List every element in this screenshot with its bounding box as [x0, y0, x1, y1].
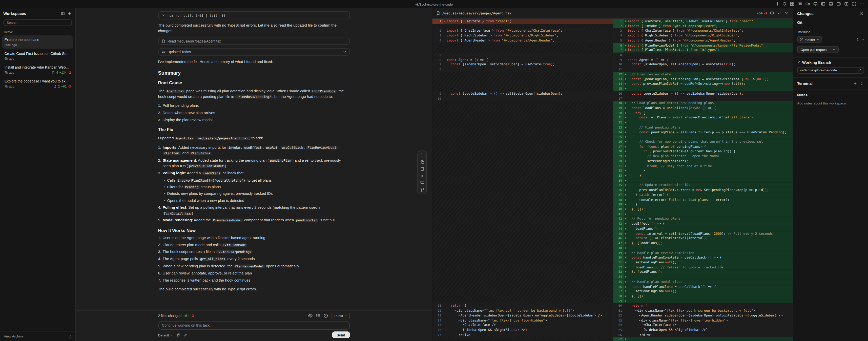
grid-icon[interactable] [790, 2, 795, 6]
diff-cell-new: 35+ // Update tracked plan IDs [612, 183, 793, 188]
read-file-row[interactable]: Read medusa/src/pages/Agent.tsx [158, 37, 350, 45]
diff-cell-new: 64 <ChatInterface /> [612, 323, 793, 328]
line-number: 60 [613, 304, 624, 308]
collapse-file-button[interactable] [784, 11, 789, 16]
changes-sidebar: Changes Git medusa master ↑1 ⋯ Open pull… [793, 8, 868, 341]
line-number [432, 212, 443, 217]
copy-icon[interactable] [420, 160, 424, 164]
search-input[interactable]: Search... [3, 20, 72, 26]
workspace-title: Explore the codebase I want you to ex... [5, 79, 71, 83]
terminal-output-block[interactable]: npm run build 2>&1 | tail -80 [158, 11, 350, 20]
list-todo-icon[interactable] [316, 313, 321, 318]
monitor-icon[interactable] [420, 180, 424, 185]
working-branch-input[interactable]: vk/3ccf-explore-the-code [797, 67, 864, 73]
history-icon[interactable] [323, 313, 328, 318]
mark-reviewed-button[interactable] [777, 11, 782, 16]
heading: The Fix [158, 127, 350, 132]
diff-cell-old [432, 279, 612, 284]
diff-marker [443, 178, 447, 183]
model-selector[interactable]: Default [158, 333, 173, 337]
chevron-up-down-icon [860, 82, 863, 85]
diff-content[interactable]: 1-import { useState } from "react";1+imp… [432, 19, 793, 341]
diff-marker [624, 91, 627, 96]
expand-terminal-button[interactable] [859, 81, 864, 86]
chevron-down-icon [342, 50, 346, 54]
paragraph: I updated Agent.tsx (medusa/src/pages/Ag… [158, 136, 350, 142]
play-icon[interactable] [420, 174, 424, 178]
new-terminal-button[interactable] [852, 81, 858, 86]
code-line: </div> [628, 332, 793, 337]
attach-button[interactable] [176, 332, 181, 337]
code-line: import { useState, useEffect, useRef, us… [628, 19, 793, 24]
workspace-meta: 7h ago2+61-3 [5, 85, 71, 88]
refresh-icon[interactable] [782, 2, 787, 6]
files-count: 2 [58, 85, 60, 88]
diff-row: 41+ [432, 212, 793, 217]
code-line [447, 289, 612, 294]
file-icon [53, 85, 57, 88]
additions-count: +134 [59, 70, 67, 74]
updated-todos-row[interactable]: Updated Todos [158, 48, 350, 56]
edit-button[interactable] [183, 332, 188, 337]
view-archive-link[interactable]: View Archive [4, 334, 23, 338]
code-line [447, 53, 612, 57]
diff-cell-new: 1+import { useState, useEffect, useRef, … [612, 19, 793, 24]
latest-dropdown[interactable]: Latest [331, 312, 350, 319]
code-line [628, 120, 793, 125]
code-line: <div className="flex flex-col h-screen b… [447, 308, 612, 313]
heading: How It Works Now [158, 228, 350, 233]
video-icon[interactable] [805, 2, 810, 6]
diff-cell-new: 48+ [612, 246, 793, 250]
message-input[interactable]: Continue working on this task... [158, 321, 350, 330]
branch-selector[interactable]: master [797, 36, 822, 42]
branch-icon[interactable] [420, 187, 424, 192]
sub-list-item: •Filters for Pending status plans [164, 184, 350, 190]
monitor-icon[interactable] [813, 2, 818, 6]
diff-row: 20+ try { [432, 111, 793, 115]
code-line [447, 120, 612, 125]
toggle-sidebar-button[interactable] [60, 11, 65, 16]
workspace-title: Create Good First Issues on Github So... [5, 51, 71, 55]
send-button[interactable]: Send [332, 332, 350, 338]
additions-count: +61 [183, 314, 189, 318]
open-pr-button[interactable]: Open pull request [797, 46, 839, 53]
window-title: vk/3ccf-explore-the-code [415, 2, 453, 6]
chat-scroll-area[interactable]: npm run build 2>&1 | tail -80 The build … [76, 8, 432, 310]
workspace-item[interactable]: Explore the codebase35m ago [2, 35, 73, 49]
list-number: 1. [158, 235, 161, 241]
diff-cell-new: 30+ setPendingPlan(plan); [612, 159, 793, 163]
code-line [447, 164, 612, 168]
panel-left-icon[interactable] [821, 2, 826, 6]
diff-row: 37+ } catch (error) { [432, 192, 793, 197]
diff-row: 47+ }, [loadPlans]); [432, 241, 793, 246]
code-line: // Load plans and detect new pending pla… [628, 101, 793, 106]
eye-icon[interactable] [308, 313, 313, 318]
code-line: }, [loadPlans]); [628, 241, 793, 246]
camera-icon[interactable] [798, 2, 802, 6]
dots-icon[interactable] [860, 2, 864, 6]
diff-marker [443, 125, 447, 130]
diff-marker [443, 183, 447, 188]
notes-input[interactable]: Add notes about this workspace... [793, 97, 868, 105]
diff-marker [443, 62, 447, 67]
grip-icon[interactable] [420, 153, 424, 157]
panel-bottom-icon[interactable] [829, 2, 833, 6]
workspace-item[interactable]: Install and integrate Vibe Kanban Web...… [2, 63, 73, 76]
diff-row: 1-import { useState } from "react";1+imp… [432, 19, 793, 24]
diff-row: 48+ [432, 246, 793, 250]
clipboard-icon[interactable] [420, 166, 424, 171]
diff-marker: + [624, 72, 627, 76]
workspace-item[interactable]: Create Good First Issues on Github So...… [2, 49, 73, 62]
diff-row: 67+ [432, 337, 793, 341]
pause-icon[interactable] [774, 2, 779, 6]
split-view-toggle[interactable] [770, 11, 775, 16]
more-options-button[interactable]: ⋯ [860, 37, 864, 41]
columns-icon[interactable] [844, 2, 849, 6]
maximize-icon[interactable] [852, 2, 857, 6]
code-line: const [sidebarOpen, setSidebarOpen] = us… [447, 62, 612, 67]
inline-code: invoke<PlanItem[]>('get_all_plans') [177, 179, 246, 182]
new-workspace-button[interactable] [67, 11, 72, 16]
panel-right-icon[interactable] [836, 2, 841, 6]
close-changes-button[interactable] [859, 11, 864, 16]
workspace-item[interactable]: Explore the codebase I want you to ex...… [2, 76, 73, 90]
